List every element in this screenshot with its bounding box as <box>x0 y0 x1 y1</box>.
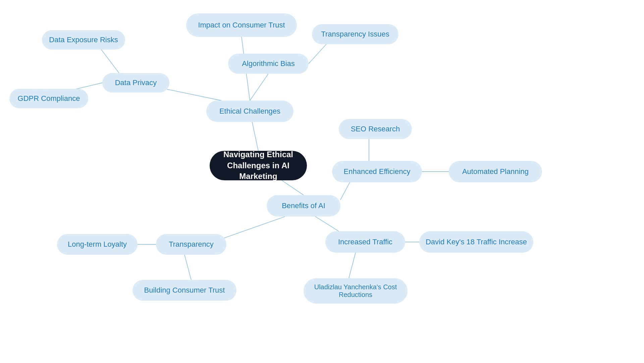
increased-traffic-node: Increased Traffic <box>325 231 405 253</box>
svg-line-11 <box>315 217 339 231</box>
impact-trust-node: Impact on Consumer Trust <box>186 13 297 37</box>
svg-line-7 <box>282 180 304 195</box>
svg-line-14 <box>215 217 285 241</box>
svg-line-16 <box>184 255 191 280</box>
benefits-ai-node: Benefits of AI <box>267 195 340 217</box>
gdpr-node: GDPR Compliance <box>9 89 88 108</box>
center-node: Navigating Ethical Challenges in AI Mark… <box>210 151 307 180</box>
svg-line-13 <box>349 253 356 278</box>
algorithmic-bias-node: Algorithmic Bias <box>228 54 309 74</box>
david-key-node: David Key's 18 Traffic Increase <box>419 231 533 253</box>
data-exposure-node: Data Exposure Risks <box>42 30 125 50</box>
data-privacy-node: Data Privacy <box>102 73 169 93</box>
long-term-loyalty-node: Long-term Loyalty <box>57 234 138 255</box>
enhanced-efficiency-node: Enhanced Efficiency <box>332 161 422 182</box>
svg-line-5 <box>250 74 268 101</box>
ethical-challenges-node: Ethical Challenges <box>206 101 293 122</box>
uladizlau-node: Uladizlau Yanchenka's Cost Reductions <box>304 278 408 304</box>
building-trust-node: Building Consumer Trust <box>132 280 236 301</box>
transparency-issues-node: Transparency Issues <box>312 24 398 44</box>
seo-research-node: SEO Research <box>339 119 412 139</box>
transparency-node: Transparency <box>156 234 226 255</box>
automated-planning-node: Automated Planning <box>449 161 542 182</box>
